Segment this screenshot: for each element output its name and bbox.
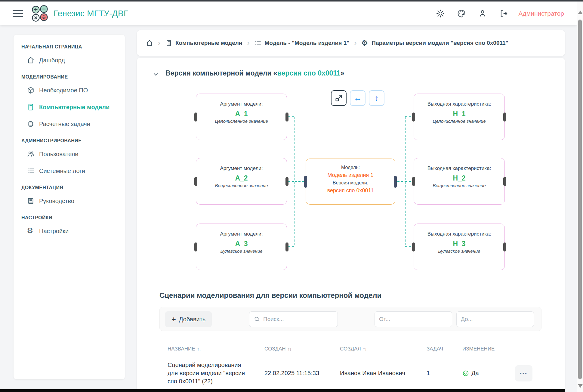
node-label: Выходная характеристика: — [414, 231, 504, 237]
sidebar-item-system-logs[interactable]: Системные логи — [27, 164, 117, 178]
app-header: Генезис МГТУ-ДВГ — [0, 2, 577, 25]
scroll-down-arrow-icon[interactable] — [578, 384, 583, 388]
table-row: Сценарий моделирования для версии модели… — [137, 361, 565, 385]
list-icon — [27, 167, 35, 175]
column-header-label: НАЗВАНИЕ — [168, 346, 195, 352]
node-handle[interactable] — [394, 176, 397, 188]
node-handle[interactable] — [304, 176, 307, 188]
sidebar-item-manual[interactable]: Руководство — [27, 194, 117, 208]
vertical-scrollbar[interactable] — [577, 2, 583, 392]
node-handle[interactable] — [412, 113, 415, 122]
palette-icon[interactable] — [457, 9, 466, 18]
cpu-icon — [27, 120, 35, 128]
node-name: A_3 — [196, 240, 287, 248]
date-from-field — [375, 311, 452, 327]
node-handle[interactable] — [194, 177, 197, 186]
model-name: Модель изделия 1 — [306, 172, 395, 178]
sidebar-item-label: Пользователи — [39, 151, 79, 158]
sidebar: НАЧАЛЬНАЯ СТРАНИЦА Дашборд МОДЕЛИРОВАНИЕ… — [14, 35, 125, 379]
sidebar-item-users[interactable]: Пользователи — [27, 147, 117, 161]
breadcrumb-version-params[interactable]: ⚙ Параметры версии модели "версия спо 0x… — [361, 39, 508, 47]
expand-vertical-button[interactable]: ↕ — [369, 90, 384, 106]
column-header-tasks: ЗАДАЧ — [427, 346, 462, 352]
breadcrumb: › Компьютерные модели › Модель - "Модель… — [137, 30, 565, 56]
breadcrumb-label: Модель - "Модель изделия 1" — [264, 40, 349, 46]
node-handle[interactable] — [503, 113, 506, 122]
node-label: Выходная характеристика: — [414, 165, 504, 171]
search-input[interactable] — [263, 316, 333, 323]
change-status-label: Да — [471, 370, 479, 377]
breadcrumb-model[interactable]: Модель - "Модель изделия 1" — [254, 39, 349, 47]
breadcrumb-label: Параметры версии модели "версия спо 0x00… — [372, 40, 508, 46]
column-header-creator[interactable]: СОЗДАЛ ↑↓ — [340, 346, 427, 352]
sidebar-item-computer-models[interactable]: Компьютерные модели — [27, 100, 117, 114]
node-handle[interactable] — [194, 113, 197, 122]
argument-node-a2[interactable]: Аргумент модели: A_2 Вещественное значен… — [196, 158, 287, 205]
scroll-up-arrow-icon[interactable] — [578, 11, 583, 14]
argument-node-a3[interactable]: Аргумент модели: A_3 Булевское значение — [196, 224, 287, 270]
breadcrumb-home[interactable] — [146, 39, 153, 47]
scenario-tasks-count: 1 — [427, 370, 462, 377]
sort-icon: ↑↓ — [363, 346, 366, 352]
column-header-created[interactable]: СОЗДАН ↑↓ — [264, 346, 340, 352]
argument-node-a1[interactable]: Аргумент модели: A_1 Целочисленное значе… — [196, 94, 287, 140]
node-handle[interactable] — [285, 242, 288, 252]
output-node-h2[interactable]: Выходная характеристика: H_2 Вещественно… — [414, 158, 505, 205]
sidebar-item-settings[interactable]: ⚙ Настройки — [27, 224, 117, 238]
home-icon — [146, 39, 153, 47]
column-header-label: СОЗДАН — [264, 346, 286, 352]
output-node-h3[interactable]: Выходная характеристика: H_3 Булевское з… — [414, 224, 505, 270]
sidebar-item-label: Дашборд — [39, 57, 65, 64]
breadcrumb-computer-models[interactable]: Компьютерные модели — [165, 39, 242, 47]
expand-horizontal-button[interactable]: ↔ — [350, 90, 366, 106]
theme-sun-icon[interactable] — [436, 9, 445, 18]
node-type: Целочисленное значение — [196, 119, 287, 124]
node-handle[interactable] — [285, 113, 288, 122]
node-handle[interactable] — [412, 242, 415, 252]
user-profile-icon[interactable] — [478, 9, 487, 18]
node-handle[interactable] — [503, 242, 506, 252]
user-role-label[interactable]: Администратор — [518, 10, 564, 17]
node-type: Вещественное значение — [414, 183, 504, 188]
node-handle[interactable] — [412, 177, 415, 186]
scenario-creator: Иванов Иван Иванович — [340, 370, 427, 377]
scenarios-section-title: Сценарии моделирования для версии компью… — [159, 291, 381, 300]
sidebar-item-label: Руководство — [39, 198, 74, 205]
logout-icon[interactable] — [499, 9, 508, 18]
column-header-name[interactable]: НАЗВАНИЕ ↑↓ — [168, 346, 264, 352]
model-node[interactable]: Модель: Модель изделия 1 Версия модели: … — [306, 159, 395, 205]
chevron-right-icon: › — [157, 39, 161, 47]
sidebar-section-documentation: ДОКУМЕНТАЦИЯ — [21, 185, 117, 190]
sidebar-item-required-software[interactable]: Необходимое ПО — [27, 83, 117, 97]
book-icon — [27, 197, 35, 205]
plus-icon: + — [171, 316, 176, 322]
scrollbar-thumb[interactable] — [578, 20, 582, 379]
menu-toggle-icon[interactable] — [13, 10, 23, 17]
node-type: Целочисленное значение — [414, 119, 504, 124]
date-to-input[interactable] — [461, 316, 529, 323]
output-node-h1[interactable]: Выходная характеристика: H_1 Целочисленн… — [414, 94, 505, 140]
window-bottom-edge — [0, 389, 565, 392]
sidebar-item-dashboard[interactable]: Дашборд — [27, 53, 117, 67]
node-label: Аргумент модели: — [196, 231, 287, 237]
sidebar-item-label: Необходимое ПО — [39, 87, 88, 94]
add-scenario-button[interactable]: + Добавить — [165, 311, 212, 327]
date-to-field — [456, 311, 534, 327]
scenario-created: 22.02.2025 11:15:33 — [264, 370, 340, 377]
sidebar-item-label: Настройки — [39, 228, 69, 235]
node-type: Булевское значение — [196, 248, 287, 254]
row-actions-button[interactable]: ●●● — [515, 365, 532, 381]
node-handle[interactable] — [503, 177, 506, 186]
add-button-label: Добавить — [179, 316, 205, 323]
arrow-vertical-icon: ↕ — [375, 94, 379, 103]
fit-view-button[interactable] — [331, 90, 347, 106]
sidebar-item-computation-tasks[interactable]: Расчетные задачи — [27, 117, 117, 131]
node-name: H_1 — [414, 110, 504, 118]
date-from-input[interactable] — [379, 316, 448, 323]
node-label: Версия модели: — [306, 180, 395, 186]
node-handle[interactable] — [285, 177, 288, 186]
main-panel: Версия компьютерной модели «версия спо 0… — [137, 58, 565, 392]
home-icon — [27, 56, 35, 64]
node-handle[interactable] — [194, 242, 197, 252]
scenarios-table: НАЗВАНИЕ ↑↓ СОЗДАН ↑↓ СОЗДАЛ ↑↓ ЗАДАЧ ИЗ… — [137, 342, 565, 385]
